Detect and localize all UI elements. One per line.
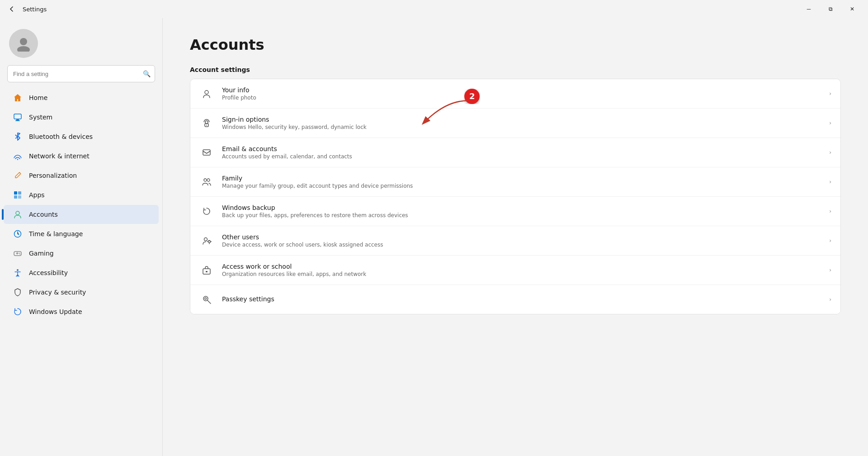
your-info-name: Your info	[222, 86, 821, 94]
svg-point-17	[205, 121, 208, 124]
sidebar-item-home[interactable]: Home	[4, 88, 159, 107]
windows-backup-name: Windows backup	[222, 204, 821, 211]
svg-point-19	[206, 125, 207, 126]
family-chevron: ›	[829, 179, 831, 185]
sidebar-item-personalization[interactable]: Personalization	[4, 166, 159, 185]
svg-point-13	[19, 253, 20, 254]
email-accounts-text: Email & accounts Accounts used by email,…	[222, 145, 821, 160]
svg-point-5	[17, 159, 18, 160]
svg-rect-2	[14, 114, 21, 119]
sign-in-icon	[199, 116, 214, 130]
passkey-name: Passkey settings	[222, 295, 821, 303]
sidebar-item-label-privacy: Privacy & security	[29, 289, 86, 296]
svg-point-16	[205, 90, 208, 94]
svg-rect-20	[203, 150, 210, 155]
privacy-icon	[13, 287, 23, 297]
sidebar-item-bluetooth[interactable]: Bluetooth & devices	[4, 127, 159, 146]
sidebar-item-accessibility[interactable]: Accessibility	[4, 263, 159, 282]
sidebar-item-label-personalization: Personalization	[29, 172, 77, 179]
svg-rect-4	[15, 120, 20, 121]
access-work-desc: Organization resources like email, apps,…	[222, 271, 821, 277]
settings-item-family[interactable]: Family Manage your family group, edit ac…	[190, 167, 840, 197]
maximize-button[interactable]: ⧉	[820, 2, 841, 16]
time-icon	[13, 229, 23, 239]
access-work-icon	[199, 263, 214, 277]
update-icon	[13, 307, 23, 317]
other-users-name: Other users	[222, 233, 821, 241]
windows-backup-desc: Back up your files, apps, preferences to…	[222, 212, 821, 218]
section-title: Account settings	[190, 66, 841, 73]
app-container: 🔍 Home System Bluetooth & devices Networ…	[0, 18, 868, 456]
sidebar-item-label-apps: Apps	[29, 191, 45, 199]
settings-list: Your info Profile photo › Sign-in option…	[190, 79, 841, 314]
svg-point-30	[205, 298, 207, 299]
gaming-icon	[13, 248, 23, 258]
settings-item-sign-in[interactable]: Sign-in options Windows Hello, security …	[190, 109, 840, 138]
sidebar-item-update[interactable]: Windows Update	[4, 302, 159, 321]
window-controls: ─ ⧉ ✕	[798, 2, 863, 16]
sidebar-item-label-accounts: Accounts	[29, 211, 58, 218]
settings-item-access-work[interactable]: Access work or school Organization resou…	[190, 256, 840, 285]
svg-rect-7	[18, 191, 21, 195]
close-button[interactable]: ✕	[842, 2, 863, 16]
sidebar-item-label-update: Windows Update	[29, 308, 82, 315]
your-info-text: Your info Profile photo	[222, 86, 821, 101]
home-icon	[13, 93, 23, 103]
apps-icon	[13, 190, 23, 200]
passkey-text: Passkey settings	[222, 295, 821, 304]
main-wrapper: Accounts Account settings Your info Prof…	[163, 18, 868, 456]
your-info-desc: Profile photo	[222, 95, 821, 101]
settings-item-passkey[interactable]: Passkey settings ›	[190, 285, 840, 314]
avatar	[9, 29, 38, 58]
main-content: Accounts Account settings Your info Prof…	[163, 18, 868, 456]
svg-rect-9	[18, 195, 21, 199]
other-users-icon	[199, 233, 214, 248]
settings-item-your-info[interactable]: Your info Profile photo ›	[190, 79, 840, 109]
sidebar-item-apps[interactable]: Apps	[4, 185, 159, 204]
email-accounts-chevron: ›	[829, 149, 831, 156]
settings-item-email-accounts[interactable]: Email & accounts Accounts used by email,…	[190, 138, 840, 167]
sidebar-item-system[interactable]: System	[4, 108, 159, 127]
svg-point-23	[204, 238, 208, 241]
sign-in-name: Sign-in options	[222, 116, 821, 123]
search-box[interactable]: 🔍	[7, 65, 155, 82]
svg-point-14	[19, 254, 20, 255]
other-users-chevron: ›	[829, 238, 831, 244]
sign-in-text: Sign-in options Windows Hello, security …	[222, 116, 821, 130]
svg-point-1	[17, 46, 30, 52]
your-info-icon	[199, 86, 214, 101]
family-icon	[199, 175, 214, 189]
svg-point-15	[17, 269, 19, 271]
sidebar-item-gaming[interactable]: Gaming	[4, 244, 159, 263]
sidebar-item-label-network: Network & internet	[29, 152, 90, 160]
settings-item-other-users[interactable]: Other users Device access, work or schoo…	[190, 226, 840, 256]
windows-backup-chevron: ›	[829, 208, 831, 214]
back-button[interactable]	[5, 3, 18, 15]
user-profile-area	[0, 18, 162, 65]
sidebar-item-time[interactable]: Time & language	[4, 224, 159, 243]
settings-item-windows-backup[interactable]: Windows backup Back up your files, apps,…	[190, 197, 840, 226]
system-icon	[13, 112, 23, 122]
sidebar-nav: Home System Bluetooth & devices Network …	[0, 88, 162, 322]
sidebar-item-label-accessibility: Accessibility	[29, 269, 68, 276]
svg-rect-8	[14, 195, 17, 199]
sidebar-item-label-home: Home	[29, 94, 47, 101]
access-work-name: Access work or school	[222, 263, 821, 270]
other-users-desc: Device access, work or school users, kio…	[222, 242, 821, 248]
sidebar-item-label-system: System	[29, 114, 52, 121]
sign-in-chevron: ›	[829, 120, 831, 126]
svg-point-21	[204, 179, 207, 181]
windows-backup-text: Windows backup Back up your files, apps,…	[222, 204, 821, 218]
other-users-text: Other users Device access, work or schoo…	[222, 233, 821, 248]
email-accounts-icon	[199, 145, 214, 160]
sidebar-item-label-bluetooth: Bluetooth & devices	[29, 133, 93, 140]
sidebar-item-privacy[interactable]: Privacy & security	[4, 283, 159, 302]
minimize-button[interactable]: ─	[798, 2, 819, 16]
search-input[interactable]	[7, 65, 155, 82]
titlebar: Settings ─ ⧉ ✕	[0, 0, 868, 18]
page-title: Accounts	[190, 36, 841, 53]
sidebar-item-network[interactable]: Network & internet	[4, 147, 159, 166]
svg-point-10	[16, 211, 19, 215]
sidebar: 🔍 Home System Bluetooth & devices Networ…	[0, 18, 163, 456]
sidebar-item-accounts[interactable]: Accounts	[4, 205, 159, 224]
